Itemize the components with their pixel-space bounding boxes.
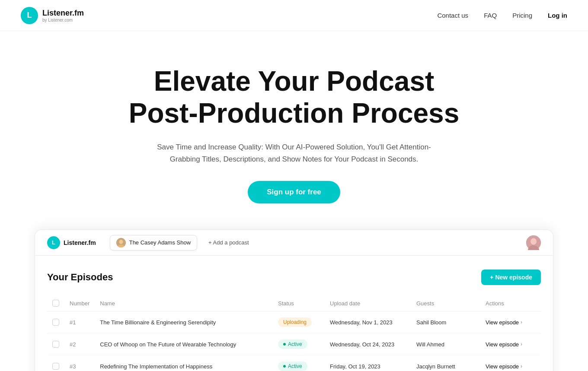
logo-icon: L [21,7,38,24]
row-actions: View episode › [480,355,541,371]
th-guests: Guests [411,295,480,311]
th-date: Upload date [325,295,411,311]
app-nav-center: The Casey Adams Show + Add a podcast [110,235,512,251]
user-avatar [526,235,541,250]
logo-name: Listener.fm [42,9,84,18]
view-episode-link[interactable]: View episode › [486,341,536,348]
hero-subtitle: Save Time and Increase Quality: With Our… [147,141,441,165]
row-status: Uploading [273,311,325,333]
row-guests: Jacqlyn Burnett [411,355,480,371]
view-episode-link[interactable]: View episode › [486,319,536,326]
row-number: #3 [64,355,95,371]
th-number: Number [64,295,95,311]
row-checkbox-cell [47,333,64,355]
episodes-header: Your Episodes + New episode [47,270,541,285]
casey-avatar-img [116,238,126,247]
table-row: #1 The Time Billionaire & Engineering Se… [47,311,541,333]
row-date: Wednesday, Oct 24, 2023 [325,333,411,355]
status-badge: Active [278,361,307,371]
row-status: Active [273,355,325,371]
th-checkbox [47,295,64,311]
podcast-avatar [116,238,126,247]
view-episode-link[interactable]: View episode › [486,363,536,370]
user-avatar-img [526,235,541,250]
svg-point-4 [530,238,537,244]
row-date: Friday, Oct 19, 2023 [325,355,411,371]
app-navbar: L Listener.fm The Casey Adams Show + Add… [35,230,553,256]
row-actions: View episode › [480,311,541,333]
row-actions: View episode › [480,333,541,355]
app-preview: L Listener.fm The Casey Adams Show + Add… [35,229,553,371]
nav-login[interactable]: Log in [548,12,567,19]
nav-contact[interactable]: Contact us [437,12,468,19]
nav-faq[interactable]: FAQ [484,12,497,19]
row-checkbox[interactable] [52,319,59,326]
hero-title: Elevate Your Podcast Post-Production Pro… [21,66,567,129]
select-all-checkbox[interactable] [52,300,59,307]
row-number: #1 [64,311,95,333]
app-logo-area: L Listener.fm [47,236,96,249]
svg-point-1 [119,240,123,244]
nav-links: Contact us FAQ Pricing Log in [437,12,567,19]
app-nav-right [526,235,541,250]
nav-pricing[interactable]: Pricing [512,12,532,19]
status-badge: Uploading [278,317,312,327]
row-checkbox[interactable] [52,363,59,370]
row-date: Wednesday, Nov 1, 2023 [325,311,411,333]
app-logo-name: Listener.fm [64,239,96,246]
row-name: The Time Billionaire & Engineering Seren… [95,311,273,333]
logo-area: L Listener.fm by Listener.com [21,7,84,24]
episodes-section: Your Episodes + New episode Number Name … [35,256,553,371]
row-guests: Sahil Bloom [411,311,480,333]
podcast-tab-name: The Casey Adams Show [129,239,191,246]
chevron-right-icon: › [521,363,522,369]
row-status: Active [273,333,325,355]
row-guests: Will Ahmed [411,333,480,355]
episodes-title: Your Episodes [47,272,113,283]
app-logo-icon: L [47,236,60,249]
row-checkbox-cell [47,355,64,371]
row-name: Redefining The Implementation of Happine… [95,355,273,371]
th-actions: Actions [480,295,541,311]
table-header-row: Number Name Status Upload date Guests Ac… [47,295,541,311]
row-checkbox-cell [47,311,64,333]
row-checkbox[interactable] [52,341,59,348]
table-row: #3 Redefining The Implementation of Happ… [47,355,541,371]
add-podcast-button[interactable]: + Add a podcast [204,237,253,248]
th-name: Name [95,295,273,311]
row-number: #2 [64,333,95,355]
table-row: #2 CEO of Whoop on The Future of Wearabl… [47,333,541,355]
status-badge: Active [278,339,307,349]
new-episode-button[interactable]: + New episode [481,270,541,285]
chevron-right-icon: › [521,319,522,325]
podcast-tab[interactable]: The Casey Adams Show [110,235,197,251]
row-name: CEO of Whoop on The Future of Wearable T… [95,333,273,355]
signup-button[interactable]: Sign up for free [248,181,340,203]
hero-section: Elevate Your Podcast Post-Production Pro… [0,31,588,229]
episodes-table: Number Name Status Upload date Guests Ac… [47,295,541,371]
navbar: L Listener.fm by Listener.com Contact us… [0,0,588,31]
logo-sub: by Listener.com [42,18,84,22]
th-status: Status [273,295,325,311]
chevron-right-icon: › [521,341,522,347]
